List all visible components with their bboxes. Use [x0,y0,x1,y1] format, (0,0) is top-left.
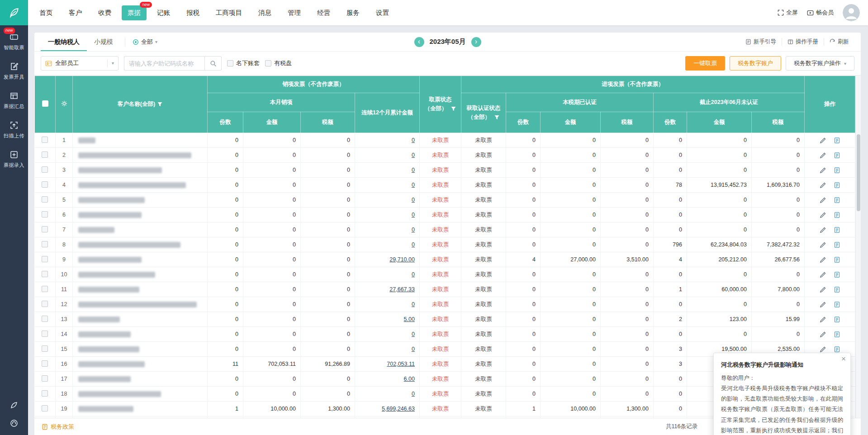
nav-item-operations[interactable]: 经营 [311,5,336,20]
customer-name-cell[interactable] [73,193,208,208]
cumulative-amount-link[interactable]: 0 [412,331,415,337]
tax-account-ops-dropdown[interactable]: 税务数字账户操作▾ [786,56,854,71]
scope-filter[interactable]: 全部 ▾ [125,38,157,47]
own-books-checkbox[interactable]: 名下账套 [227,59,260,67]
row-checkbox[interactable] [42,211,48,218]
edit-icon[interactable] [820,316,826,323]
cumulative-amount-link[interactable]: 27,667.33 [389,286,415,293]
brand-logo[interactable] [0,0,28,25]
edit-icon[interactable] [820,346,826,353]
customer-name-cell[interactable] [73,237,208,252]
invoice-doc-icon[interactable] [834,346,840,353]
prev-month-button[interactable]: ‹ [414,37,424,47]
nav-item-services[interactable]: 服务 [341,5,365,20]
brand-leaf-button[interactable] [9,401,19,410]
row-checkbox[interactable] [42,286,48,292]
customer-name-cell[interactable] [73,178,208,193]
cumulative-amount-link[interactable]: 702,053.11 [387,361,415,367]
invoice-doc-icon[interactable] [834,227,840,233]
nav-item-home[interactable]: 首页 [33,5,58,20]
row-checkbox[interactable] [42,256,48,262]
invoice-doc-icon[interactable] [834,256,840,263]
customer-name-cell[interactable] [73,267,208,282]
nav-item-settings[interactable]: 设置 [370,5,395,20]
invoice-doc-icon[interactable] [834,212,840,218]
edit-icon[interactable] [820,152,826,159]
row-checkbox[interactable] [42,345,48,352]
cumulative-amount-link[interactable]: 0 [412,167,415,173]
tax-digital-account-button[interactable]: 税务数字账户 [730,56,781,71]
manual-link[interactable]: 操作手册 [782,38,824,46]
nav-item-business-projects[interactable]: 工商项目 [210,5,248,20]
row-checkbox[interactable] [42,405,48,411]
column-settings-gear-icon[interactable] [61,102,67,108]
filter-funnel-icon[interactable] [157,102,162,107]
invoice-doc-icon[interactable] [834,286,840,293]
row-checkbox[interactable] [42,226,48,232]
customer-name-cell[interactable] [73,327,208,342]
refresh-link[interactable]: 刷新 [824,38,854,46]
cumulative-amount-link[interactable]: 0 [412,137,415,143]
edit-icon[interactable] [820,271,826,278]
customer-name-cell[interactable] [73,372,208,387]
filter-funnel-icon[interactable] [451,106,456,111]
cumulative-amount-link[interactable]: 0 [412,301,415,307]
fullscreen-button[interactable]: 全屏 [778,9,798,17]
select-all-checkbox[interactable] [42,100,48,107]
user-avatar[interactable] [843,4,860,21]
cumulative-amount-link[interactable]: 0 [412,182,415,188]
customer-name-cell[interactable] [73,312,208,327]
customer-name-cell[interactable] [73,402,208,416]
row-checkbox[interactable] [42,390,48,397]
tab-small-scale[interactable]: 小规模 [87,33,120,51]
sidebar-item-scan-upload[interactable]: 扫描上传 [4,121,24,139]
cumulative-amount-link[interactable]: 5,699,246.63 [382,406,415,412]
scrollbar-thumb[interactable] [857,134,860,211]
customer-name-cell[interactable] [73,163,208,178]
invoice-doc-icon[interactable] [834,331,840,338]
nav-item-management[interactable]: 管理 [282,5,307,20]
edit-icon[interactable] [820,137,826,144]
customer-name-cell[interactable] [73,342,208,357]
customer-name-cell[interactable] [73,133,208,148]
row-checkbox[interactable] [42,241,48,247]
nav-item-tax-filing[interactable]: 报税 [180,5,205,20]
has-tax-disk-checkbox[interactable]: 有税盘 [265,59,292,67]
customer-name-cell[interactable] [73,297,208,312]
customer-name-cell[interactable] [73,148,208,163]
row-checkbox[interactable] [42,151,48,158]
cumulative-amount-link[interactable]: 0 [412,391,415,397]
edit-icon[interactable] [820,167,826,174]
filter-funnel-icon[interactable] [494,115,499,120]
guide-link[interactable]: 新手引导 [740,38,782,46]
employee-select[interactable]: 全部员工 ▾ [41,56,119,71]
cumulative-amount-link[interactable]: 0 [412,152,415,158]
row-checkbox[interactable] [42,181,48,188]
edit-icon[interactable] [820,286,826,293]
next-month-button[interactable]: › [471,37,481,47]
row-checkbox[interactable] [42,166,48,173]
invoice-doc-icon[interactable] [834,167,840,174]
search-button[interactable] [204,56,222,71]
tax-policy-link[interactable]: 税务政策 [42,423,74,431]
customer-name-cell[interactable] [73,252,208,267]
cumulative-amount-link[interactable]: 0 [412,197,415,203]
cumulative-amount-link[interactable]: 0 [412,346,415,352]
nav-item-messages[interactable]: 消息 [252,5,277,20]
sidebar-item-bill-summary[interactable]: 票据汇总 [4,91,24,110]
one-click-fetch-button[interactable]: 一键取票 [685,56,725,71]
edit-icon[interactable] [820,197,826,203]
edit-icon[interactable] [820,241,826,248]
customer-name-cell[interactable] [73,222,208,237]
row-checkbox[interactable] [42,360,48,367]
member-button[interactable]: 畅会员 [807,9,834,17]
invoice-doc-icon[interactable] [834,152,840,159]
nav-item-billing[interactable]: 收费 [92,5,117,20]
invoice-doc-icon[interactable] [834,197,840,203]
edit-icon[interactable] [820,212,826,218]
row-checkbox[interactable] [42,331,48,337]
invoice-doc-icon[interactable] [834,316,840,323]
cumulative-amount-link[interactable]: 0 [412,271,415,278]
customer-name-cell[interactable] [73,416,208,418]
customer-name-cell[interactable] [73,208,208,222]
